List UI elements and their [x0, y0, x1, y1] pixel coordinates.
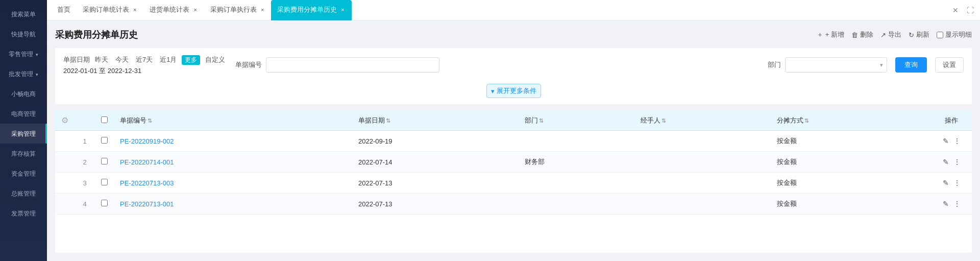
dept-select-wrapper: 财务部 — [785, 57, 887, 73]
edit-icon-3[interactable]: ✎ — [940, 177, 951, 188]
delete-button[interactable]: 🗑 删除 — [851, 30, 873, 39]
show-columns-input[interactable] — [937, 32, 943, 38]
bill-no-label: 单据编号 — [235, 60, 262, 69]
tab-purchase-cost-history[interactable]: 采购费用分摊单历史× — [271, 0, 351, 20]
settings-button[interactable]: 设置 — [935, 57, 964, 73]
date-option-custom[interactable]: 自定义 — [203, 54, 227, 65]
date-option-today[interactable]: 今天 — [113, 54, 131, 65]
row-split-method-2: 按金额 — [771, 152, 931, 173]
date-option-yesterday[interactable]: 昨天 — [93, 54, 110, 65]
add-button[interactable]: ＋ + 新增 — [817, 30, 844, 39]
chevron-right-icon-retail: ▾ — [34, 52, 38, 57]
sort-icon-split[interactable]: ⇅ — [804, 117, 809, 124]
sidebar-item-label-search: 搜索菜单 — [2, 10, 45, 19]
date-option-1month[interactable]: 近1月 — [158, 54, 179, 65]
row-handler-2 — [634, 152, 771, 173]
export-icon: ↗ — [880, 31, 886, 39]
bill-no-link-4[interactable]: PE-20220713-001 — [120, 200, 174, 208]
filter-row-1: 单据日期 昨天 今天 近7天 近1月 更多 自定义 2022-01-01 至 2… — [63, 54, 964, 76]
row-num-4: 4 — [75, 194, 95, 215]
maximize-window-icon[interactable]: ⛶ — [965, 5, 976, 15]
row-gear-cell-4 — [55, 194, 75, 215]
select-all-checkbox[interactable] — [101, 116, 108, 123]
sidebar-item-quicknav[interactable]: 快捷导航 — [0, 24, 47, 44]
tab-close-purchase-order-stats[interactable]: × — [132, 6, 137, 13]
page-title: 采购费用分摊单历史 — [55, 29, 138, 41]
refresh-button[interactable]: ↻ 刷新 — [909, 30, 929, 39]
edit-icon-2[interactable]: ✎ — [940, 156, 951, 168]
delete-icon: 🗑 — [851, 31, 858, 39]
sidebar-item-wholesale[interactable]: 批发管理 ▾ — [0, 64, 47, 84]
more-icon-4[interactable]: ⋮ — [951, 198, 963, 209]
sort-icon-bill-no[interactable]: ⇅ — [148, 117, 152, 124]
expand-more-button[interactable]: ▾ 展开更多条件 — [486, 84, 541, 98]
sidebar-item-invoice[interactable]: 发票管理 — [0, 203, 47, 223]
row-checkbox-cell-4 — [95, 194, 114, 215]
edit-icon-1[interactable]: ✎ — [940, 135, 951, 147]
dept-label: 部门 — [768, 60, 781, 69]
tab-close-purchase-cost-history[interactable]: × — [340, 6, 345, 13]
bill-no-link-2[interactable]: PE-20220714-001 — [120, 158, 174, 166]
bill-no-link-3[interactable]: PE-20220713-003 — [120, 179, 174, 187]
row-checkbox-3[interactable] — [101, 179, 108, 185]
tab-label-home: 首页 — [57, 5, 70, 14]
sort-icon-dept[interactable]: ⇅ — [539, 117, 544, 124]
tab-close-purchase-order-exec[interactable]: × — [260, 6, 265, 13]
export-button[interactable]: ↗ 导出 — [880, 30, 901, 39]
bill-no-input[interactable] — [266, 57, 439, 73]
sidebar-item-ecom-small[interactable]: 小畅电商 — [0, 84, 47, 104]
tab-purchase-order-stats[interactable]: 采购订单统计表× — [77, 0, 143, 20]
sidebar-item-label-inventory: 库存核算 — [2, 150, 45, 158]
sidebar-item-retail[interactable]: 零售管理 ▾ — [0, 44, 47, 64]
sidebar-item-purchase[interactable]: 采购管理 — [0, 124, 47, 144]
gear-icon[interactable]: ⚙ — [61, 116, 68, 125]
sidebar-item-ecom[interactable]: 电商管理 — [0, 104, 47, 124]
more-icon-1[interactable]: ⋮ — [951, 135, 963, 147]
show-columns-checkbox[interactable]: 显示明细 — [937, 30, 972, 39]
tab-bar-actions: ✕ ⛶ — [950, 5, 976, 15]
sort-icon-date[interactable]: ⇅ — [386, 117, 390, 124]
table-row: 2PE-20220714-0012022-07-14财务部按金额✎⋮ — [55, 152, 972, 173]
sidebar-item-inventory[interactable]: 库存核算 — [0, 144, 47, 163]
dept-select[interactable]: 财务部 — [785, 57, 887, 73]
row-checkbox-2[interactable] — [101, 158, 108, 164]
sidebar-item-finance[interactable]: 资金管理 — [0, 163, 47, 183]
row-dept-1 — [519, 131, 634, 152]
row-bill-no-2: PE-20220714-001 — [114, 152, 352, 173]
row-dept-3 — [519, 173, 634, 194]
table-row: 3PE-20220713-0032022-07-13按金额✎⋮ — [55, 173, 972, 194]
row-split-method-1: 按金额 — [771, 131, 931, 152]
row-checkbox-1[interactable] — [101, 137, 108, 144]
tab-purchase-order-exec[interactable]: 采购订单执行表× — [204, 0, 271, 20]
edit-icon-4[interactable]: ✎ — [940, 198, 951, 209]
col-header-num — [75, 110, 95, 131]
tab-goods-stats[interactable]: 进货单统计表× — [143, 0, 204, 20]
more-icon-2[interactable]: ⋮ — [951, 156, 963, 168]
filter-bill-block: 单据编号 — [235, 57, 760, 73]
row-checkbox-4[interactable] — [101, 200, 108, 206]
sidebar-item-search[interactable]: 搜索菜单 — [0, 4, 47, 24]
sidebar-item-label-finance: 资金管理 — [2, 170, 45, 178]
tab-bar: 首页采购订单统计表×进货单统计表×采购订单执行表×采购费用分摊单历史× ✕ ⛶ — [47, 0, 980, 20]
tab-close-goods-stats[interactable]: × — [192, 6, 198, 13]
col-header-date: 单据日期⇅ — [352, 110, 519, 131]
sidebar-item-ledger[interactable]: 总账管理 — [0, 183, 47, 203]
bill-no-link-1[interactable]: PE-20220919-002 — [120, 137, 174, 145]
table-header-row: ⚙ 单据编号⇅ 单据日期⇅ 部门⇅ — [55, 110, 972, 131]
query-button[interactable]: 查询 — [895, 57, 927, 73]
export-label: 导出 — [888, 30, 901, 39]
sort-icon-handler[interactable]: ⇅ — [662, 117, 666, 124]
row-bill-no-3: PE-20220713-003 — [114, 173, 352, 194]
tab-home[interactable]: 首页 — [51, 0, 77, 20]
sidebar-item-label-invoice: 发票管理 — [2, 209, 45, 218]
add-label: + 新增 — [825, 30, 844, 39]
tab-label-purchase-cost-history: 采购费用分摊单历史 — [277, 5, 337, 14]
row-checkbox-cell-1 — [95, 131, 114, 152]
col-header-actions: 操作 — [931, 110, 972, 131]
row-date-2: 2022-07-14 — [352, 152, 519, 173]
close-window-icon[interactable]: ✕ — [950, 5, 961, 15]
date-option-more[interactable]: 更多 — [182, 55, 200, 65]
row-gear-cell-2 — [55, 152, 75, 173]
more-icon-3[interactable]: ⋮ — [951, 177, 963, 188]
date-option-7days[interactable]: 近7天 — [134, 54, 155, 65]
